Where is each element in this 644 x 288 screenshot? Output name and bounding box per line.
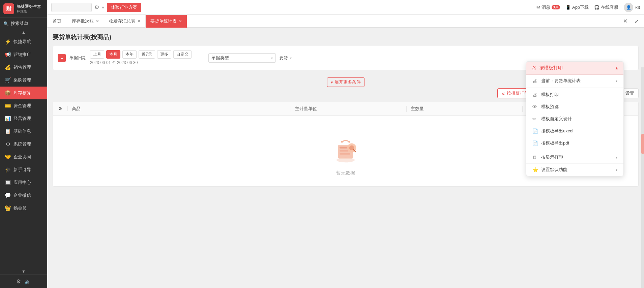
basic-icon: 📋 xyxy=(5,128,11,134)
app-logo-icon: 财 xyxy=(3,3,14,14)
sidebar-logo: 财 畅捷通好生意 标准版 xyxy=(0,0,47,18)
quick-nav-icon: ⚡ xyxy=(5,39,11,45)
sidebar-item-guide[interactable]: 🎓 新手引导 xyxy=(0,163,47,176)
template-print-icon: 🖨 xyxy=(532,92,538,97)
print-dropdown-default-func[interactable]: ⭐ 设置默认功能 ▾ xyxy=(526,163,623,176)
print-dropdown-template-excel[interactable]: 📄 按模板导出excel xyxy=(526,125,623,137)
right-scrollbar[interactable] xyxy=(641,67,644,288)
display-print-arrow-icon: ▾ xyxy=(616,156,617,159)
print-dropdown: 🖨 按模板打印 ▲ 🖨 当前：要货单统计表 ▾ 🖨 模板打印 👁 模板预览 ✏ xyxy=(526,61,624,176)
sidebar-item-member[interactable]: 👑 畅会员 xyxy=(0,202,47,215)
tab-inventory-batch[interactable]: 库存批次账 ✕ xyxy=(67,15,104,28)
print-dropdown-template-design[interactable]: ✏ 模板自定义设计 xyxy=(526,113,623,125)
divider-1 xyxy=(526,88,623,88)
print-icon: 🖨 xyxy=(501,91,505,96)
print-dropdown-current[interactable]: 🖨 当前：要货单统计表 ▾ xyxy=(526,75,623,87)
date-btn-custom[interactable]: 自定义 xyxy=(173,50,192,59)
sidebar-item-finance[interactable]: 💳 资金管理 xyxy=(0,99,47,112)
corp-icon: 🤝 xyxy=(5,154,11,160)
date-btn-this-month[interactable]: 本月 xyxy=(106,50,120,59)
th-unit: 主计量单位 xyxy=(291,106,407,112)
sidebar-item-operation[interactable]: 📊 经营管理 xyxy=(0,112,47,125)
svg-rect-3 xyxy=(340,150,349,152)
empty-icon xyxy=(330,136,361,166)
sidebar-settings-btn[interactable]: ⚙ xyxy=(16,278,21,285)
topbar-right: ✉ 消息 99+ 📱 App下载 🎧 在线客服 👤 Rit xyxy=(536,3,640,12)
th-product: 商品 xyxy=(68,106,291,112)
date-btn-this-year[interactable]: 本年 xyxy=(122,50,137,59)
print-dropdown-template-preview[interactable]: 👁 模板预览 xyxy=(526,101,623,113)
tab-receipts-summary[interactable]: 收发存汇总表 ✕ xyxy=(104,15,146,28)
sidebar-scroll-down[interactable]: ▼ xyxy=(22,269,26,274)
messages-badge: 99+ xyxy=(552,5,560,9)
print-dropdown-template-pdf[interactable]: 📄 按模板导出pdf xyxy=(526,137,623,149)
print-dropdown-header: 🖨 按模板打印 ▲ xyxy=(526,62,623,75)
print-dropdown-display-print[interactable]: 🖥 按显示打印 ▾ xyxy=(526,151,623,163)
sidebar-item-marketing[interactable]: 📢 营销推广 xyxy=(0,48,47,61)
finance-icon: 💳 xyxy=(5,103,11,109)
sidebar-item-inventory[interactable]: 📦 库存核算 xyxy=(0,87,47,99)
print-dropdown-icon: 🖨 xyxy=(531,65,536,71)
messages-btn[interactable]: ✉ 消息 99+ xyxy=(536,4,560,10)
template-preview-icon: 👁 xyxy=(532,104,538,109)
app-download-btn[interactable]: 📱 App下载 xyxy=(565,4,589,10)
yaohuo-filter: 要货 ▾ xyxy=(279,55,292,61)
marketing-icon: 📢 xyxy=(5,52,11,58)
date-btn-last-month[interactable]: 上月 xyxy=(90,50,104,59)
search-icon: 🔍 xyxy=(3,21,9,26)
headset-icon: 🎧 xyxy=(594,5,599,10)
tabbar-expand-btn[interactable]: ⤢ xyxy=(632,17,641,26)
topbar-search-box xyxy=(51,3,92,12)
sidebar-item-wechat[interactable]: 💬 企业微信 xyxy=(0,189,47,202)
tab-order-stats[interactable]: 要货单统计表 ✕ xyxy=(146,15,187,28)
svg-rect-4 xyxy=(340,153,350,155)
trial-btn[interactable]: 体验行业方案 xyxy=(107,3,141,12)
sidebar-item-apps[interactable]: 🔲 应用中心 xyxy=(0,176,47,189)
template-pdf-icon: 📄 xyxy=(532,140,538,146)
empty-text: 暂无数据 xyxy=(336,170,355,176)
svg-point-9 xyxy=(348,141,350,142)
chevron-down-icon: ▾ xyxy=(331,80,333,85)
member-icon: 👑 xyxy=(5,205,11,211)
sidebar-item-basic[interactable]: 📋 基础信息 xyxy=(0,125,47,138)
tabbar-close-all-btn[interactable]: ✕ xyxy=(620,17,630,26)
purchase-icon: 🛒 xyxy=(5,77,11,83)
expand-more-btn[interactable]: ▾ 展开更多条件 xyxy=(327,77,364,87)
filter-expand-btn[interactable]: » xyxy=(58,54,66,62)
operation-icon: 📊 xyxy=(5,116,11,122)
type-select-chevron-icon: ▾ xyxy=(271,56,273,60)
sidebar-item-purchase[interactable]: 🛒 采购管理 xyxy=(0,74,47,87)
divider-2 xyxy=(526,150,623,150)
main-area: ⚙ ▾ 体验行业方案 ✉ 消息 99+ 📱 App下载 🎧 在线客服 👤 Rit xyxy=(47,0,644,288)
template-design-icon: ✏ xyxy=(532,116,538,122)
sidebar-item-system[interactable]: ⚙ 系统管理 xyxy=(0,138,47,151)
topbar-gear-icon[interactable]: ⚙ xyxy=(94,4,99,10)
date-btn-7days[interactable]: 近7天 xyxy=(139,50,155,59)
apps-icon: 🔲 xyxy=(5,180,11,186)
sidebar-item-quick-nav[interactable]: ⚡ 快捷导航 xyxy=(0,35,47,48)
sidebar: 财 畅捷通好生意 标准版 🔍 搜索菜单 ▲ ⚡ 快捷导航 📢 营销推广 💰 销售… xyxy=(0,0,47,288)
topbar: ⚙ ▾ 体验行业方案 ✉ 消息 99+ 📱 App下载 🎧 在线客服 👤 Rit xyxy=(47,0,644,15)
user-avatar-btn[interactable]: 👤 Rit xyxy=(624,3,640,12)
th-quantity: 主数量 xyxy=(407,106,522,112)
sidebar-nav: ⚡ 快捷导航 📢 营销推广 💰 销售管理 🛒 采购管理 📦 库存核算 💳 资金管… xyxy=(0,35,47,268)
tab-inventory-batch-close[interactable]: ✕ xyxy=(96,19,99,24)
type-filter-select[interactable]: 单据类型 ▾ xyxy=(208,53,276,63)
tab-home[interactable]: 首页 xyxy=(47,15,67,28)
online-service-btn[interactable]: 🎧 在线客服 xyxy=(594,4,618,10)
sidebar-scroll-up[interactable]: ▲ xyxy=(22,30,26,35)
date-btn-more[interactable]: 更多 xyxy=(157,50,171,59)
print-dropdown-collapse-btn[interactable]: ▲ xyxy=(615,66,619,70)
sidebar-item-corp[interactable]: 🤝 企业协同 xyxy=(0,151,47,163)
content-area: 要货单统计表(按商品) » 单据日期 上月 本月 本年 近7天 更多 自定义 2… xyxy=(47,28,644,288)
tab-order-stats-close[interactable]: ✕ xyxy=(179,19,182,24)
tab-receipts-summary-close[interactable]: ✕ xyxy=(137,19,141,24)
print-dropdown-template-print[interactable]: 🖨 模板打印 xyxy=(526,89,623,101)
sidebar-item-sales[interactable]: 💰 销售管理 xyxy=(0,61,47,74)
date-filter-group: 上月 本月 本年 近7天 更多 自定义 2023-06-01 至 2023-06… xyxy=(90,50,192,66)
topbar-chevron-icon[interactable]: ▾ xyxy=(102,5,104,10)
sidebar-search[interactable]: 🔍 搜索菜单 xyxy=(0,18,47,29)
sidebar-sound-btn[interactable]: 🔈 xyxy=(24,278,31,285)
scrollbar-thumb[interactable] xyxy=(641,134,644,154)
th-settings[interactable]: ⚙ xyxy=(53,106,68,111)
